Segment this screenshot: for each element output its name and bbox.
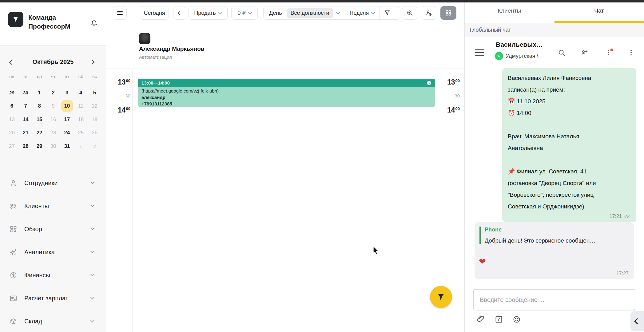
- weekday-label: пн: [5, 74, 19, 79]
- amount-dropdown[interactable]: 0 ₽: [231, 6, 258, 20]
- chat-message-service[interactable]: Phone Добрый день! Это сервисное сообщен…: [475, 222, 634, 279]
- calendar-day[interactable]: 2: [46, 86, 60, 100]
- calendar-day[interactable]: 13: [5, 113, 19, 126]
- calendar-day[interactable]: 19: [88, 113, 101, 126]
- mini-calendar-header: Октябрь 2025: [0, 58, 106, 67]
- staff-role: Автоматизация: [139, 54, 172, 60]
- quoted-message[interactable]: Phone Добрый день! Это сервисное сообщен…: [479, 227, 629, 244]
- menu-button[interactable]: [113, 6, 127, 20]
- calendar-day[interactable]: 21: [19, 126, 33, 140]
- calendar-day[interactable]: 30: [19, 86, 33, 100]
- calendar-day[interactable]: 24: [60, 126, 74, 140]
- chat-search-icon[interactable]: [558, 49, 566, 57]
- sidebar-item-label: Аналитика: [24, 249, 55, 256]
- calendar-day[interactable]: 2: [88, 140, 101, 153]
- calendar-day[interactable]: 23: [46, 126, 60, 140]
- chevron-down-icon: [90, 249, 94, 253]
- staff-avatar[interactable]: [139, 33, 150, 44]
- calendar-day[interactable]: 12: [88, 100, 101, 113]
- appointment-event[interactable]: 13:00—14:00 (https://meet.google.com/vzj…: [138, 79, 435, 107]
- sidebar-item-employees[interactable]: Сотрудники: [0, 172, 106, 195]
- calendar-day[interactable]: 29: [5, 86, 19, 100]
- sidebar-item-warehouse[interactable]: Склад: [0, 310, 106, 332]
- calendar-day[interactable]: 17: [60, 113, 74, 126]
- calendar-next-month-button[interactable]: [90, 60, 97, 66]
- emoji-icon[interactable]: [512, 315, 521, 324]
- calendar-day[interactable]: 9: [46, 100, 60, 113]
- chat-header: Васильевых… Удмуртская \: [465, 37, 644, 66]
- calendar-day[interactable]: 7: [19, 100, 33, 113]
- notifications-bell-icon[interactable]: [90, 19, 98, 28]
- sidebar-item-payroll[interactable]: Расчет зарплат: [0, 287, 106, 310]
- weekday-label: пт: [60, 74, 74, 79]
- calendar-day[interactable]: 31: [60, 140, 74, 153]
- calendar-day[interactable]: 26: [88, 126, 101, 140]
- sidebar-item-analytics[interactable]: Аналитика: [0, 241, 106, 264]
- calendar-day[interactable]: 5: [88, 86, 101, 100]
- sidebar-item-finance[interactable]: Финансы: [0, 264, 106, 287]
- calendar-day[interactable]: 14: [19, 113, 33, 126]
- chevron-down-icon: [248, 10, 252, 14]
- calendar-day[interactable]: 1: [74, 140, 88, 153]
- calendar-prev-month-button[interactable]: [10, 60, 17, 66]
- calendar-day[interactable]: 25: [74, 126, 88, 140]
- attachment-paperclip-icon[interactable]: [476, 314, 485, 324]
- chevron-down-icon[interactable]: [336, 10, 340, 14]
- calendar-day[interactable]: 8: [33, 100, 46, 113]
- calendar-day[interactable]: 11: [74, 100, 88, 113]
- yclients-fab-button[interactable]: [430, 286, 452, 308]
- calendar-day[interactable]: 4: [74, 86, 88, 100]
- sidebar-item-overview[interactable]: Обзор: [0, 218, 106, 241]
- meet-link: (https://meet.google.com/vzj-feik-ubh): [141, 88, 431, 94]
- positions-filter[interactable]: Все должности: [287, 8, 333, 18]
- calendar-day[interactable]: 27: [5, 140, 19, 153]
- grid-view-button[interactable]: [440, 6, 456, 20]
- heart-reaction-icon[interactable]: ❤: [479, 257, 486, 267]
- zoom-button[interactable]: [402, 6, 417, 20]
- calendar-day[interactable]: 1: [33, 86, 46, 100]
- weekday-label: вс: [88, 74, 101, 79]
- time-label: 1300: [445, 78, 460, 86]
- calendar-day[interactable]: 20: [5, 126, 19, 140]
- time-label: 1400: [445, 106, 460, 114]
- templates-icon[interactable]: [495, 315, 503, 324]
- calendar-day[interactable]: 6: [5, 100, 19, 113]
- notifications-menu-icon[interactable]: [606, 49, 614, 57]
- calendar-month-title: Октябрь 2025: [17, 58, 89, 65]
- message-input[interactable]: [473, 289, 635, 310]
- chevron-down-icon[interactable]: [371, 10, 375, 14]
- calendar-day[interactable]: 22: [33, 126, 46, 140]
- calendar-day[interactable]: 29: [33, 140, 46, 153]
- appointment-details: (https://meet.google.com/vzj-feik-ubh) а…: [138, 87, 435, 107]
- calendar-day[interactable]: 28: [19, 140, 33, 153]
- view-week-option[interactable]: Неделя: [349, 10, 369, 16]
- calendar-day[interactable]: 10: [60, 100, 74, 113]
- staff-filter-button[interactable]: [421, 6, 436, 20]
- calendar-day[interactable]: 15: [33, 113, 46, 126]
- filter-funnel-icon[interactable]: [384, 9, 391, 17]
- view-day-option[interactable]: День: [269, 10, 282, 16]
- sell-button[interactable]: Продать: [188, 6, 228, 20]
- chat-message-appointment[interactable]: Васильевых Лилия Фанисовна записан(а) на…: [502, 68, 636, 222]
- chat-contact-name[interactable]: Васильевых…: [496, 41, 543, 48]
- global-chat-bar[interactable]: Глобальный чат: [465, 23, 644, 37]
- prev-day-button[interactable]: [173, 6, 186, 20]
- tab-clients[interactable]: Клиенты: [464, 7, 554, 14]
- more-options-icon[interactable]: [627, 49, 635, 57]
- calendar-day[interactable]: 18: [74, 113, 88, 126]
- time-label-half: 30: [445, 93, 460, 98]
- mini-calendar-grid: 2930123456789101112131415161718192021222…: [5, 86, 101, 153]
- chat-menu-icon[interactable]: [474, 47, 485, 55]
- today-button[interactable]: Сегодня: [140, 6, 169, 20]
- collapse-panel-button[interactable]: [630, 311, 644, 331]
- tab-chat[interactable]: Чат: [554, 7, 644, 14]
- quote-sender: Phone: [485, 227, 629, 233]
- sidebar-item-clients[interactable]: Клиенты: [0, 195, 106, 218]
- calendar-day[interactable]: 3: [60, 86, 74, 100]
- yclients-logo[interactable]: [8, 12, 23, 27]
- calendar-day[interactable]: 16: [46, 113, 60, 126]
- staff-name[interactable]: Александр Маркьянов: [139, 45, 204, 52]
- add-participant-icon[interactable]: [580, 49, 588, 57]
- calendar-day[interactable]: 30: [46, 140, 60, 153]
- clients-icon: [9, 202, 18, 210]
